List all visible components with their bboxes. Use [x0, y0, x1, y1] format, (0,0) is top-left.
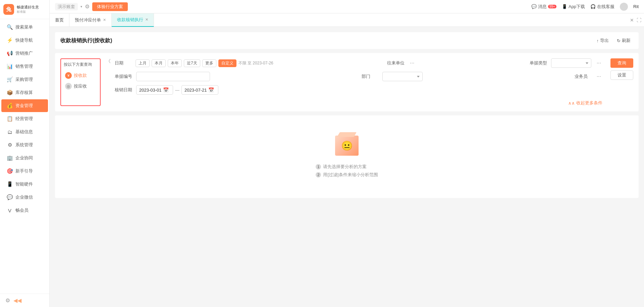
doc-type-select[interactable]: [551, 58, 591, 68]
hint-num-2: 2: [316, 172, 321, 177]
setting-btn[interactable]: 设置: [610, 70, 633, 80]
collapse-more-btn[interactable]: ∧∧ 收起更多条件: [115, 99, 602, 106]
company-name[interactable]: 演示账套: [55, 3, 78, 10]
finance-icon: 💰: [7, 103, 13, 109]
tab-actions: ✕ ⛶: [627, 17, 644, 23]
filter-option-by-receivable[interactable]: ◎ 按应收: [64, 81, 97, 92]
weixin-icon: 💬: [7, 194, 13, 200]
app-download-action[interactable]: 📱 App下载: [562, 4, 585, 10]
last-7days-btn[interactable]: 近7天: [184, 59, 200, 67]
search-menu-label: 搜索菜单: [15, 24, 33, 30]
quick-nav-label: 快捷导航: [15, 37, 33, 43]
sidebar-item-finance[interactable]: 💰 资金管理: [1, 99, 48, 112]
user-name[interactable]: Rit: [633, 4, 639, 9]
query-btn-group: 查询 设置: [610, 58, 633, 80]
sidebar-item-member[interactable]: V 畅会员: [1, 204, 48, 217]
sidebar-item-operation[interactable]: 📋 经营管理: [1, 112, 48, 125]
filter-sidebar-collapse-icon[interactable]: 《: [106, 58, 111, 106]
tab-prepayment-label: 预付冲应付单: [75, 17, 101, 23]
empty-state: 😐 1 请先选择要分析的方案 2 用[过滤]条件来缩小分析范围: [55, 115, 639, 198]
expand-tab-btn[interactable]: ⛶: [637, 17, 641, 23]
curr-year-btn[interactable]: 本年: [168, 59, 182, 67]
staff-label: 业务员: [575, 73, 591, 80]
doc-type-label: 单据类型: [530, 60, 547, 66]
writeoff-start-field[interactable]: 2023-03-01 📅: [136, 85, 173, 95]
guide-label: 新手引导: [15, 168, 33, 174]
smart-hardware-icon: 📱: [7, 181, 13, 187]
header-right: 💬 消息 99+ 📱 App下载 🎧 在线客服 Rit: [531, 3, 639, 11]
writeoff-end-field[interactable]: 2023-07-21 📅: [181, 85, 218, 95]
hint-text-2: 用[过滤]条件来缩小分析范围: [323, 172, 378, 178]
partner-ellipsis[interactable]: ···: [409, 60, 416, 66]
company-dropdown-icon[interactable]: ▾: [80, 5, 82, 8]
sales-icon: 📊: [7, 63, 13, 69]
sidebar-item-guide[interactable]: 🎯 新手引导: [1, 165, 48, 177]
message-action[interactable]: 💬 消息 99+: [531, 4, 556, 10]
trial-btn[interactable]: 体验行业方案: [92, 2, 128, 11]
filter-sidebar-title: 按以下方案查询: [64, 62, 97, 67]
sidebar-item-quick-nav[interactable]: ⚡ 快捷导航: [1, 34, 48, 47]
message-label: 消息: [538, 4, 547, 10]
collapse-sidebar-btn[interactable]: ◀◀: [13, 297, 21, 304]
sidebar: 兔 畅捷通好生意 标准版 🔍 搜索菜单 ⚡ 快捷导航 📢 营销推广 📊 销售管理…: [0, 0, 50, 307]
sidebar-item-enterprise[interactable]: 🏢 企业协同: [1, 152, 48, 164]
tab-collection-writeoff-close[interactable]: ✕: [145, 17, 148, 22]
settings-icon[interactable]: ⚙: [5, 297, 10, 304]
filter-row-1: 日期 上月 本月 本年 近7天 更多 自定义 不限 至 2023-07-26 往…: [115, 58, 602, 68]
date-sub-text: 不限 至 2023-07-26: [238, 60, 273, 66]
page-actions: ↑ 导出 ↻ 刷新: [594, 36, 634, 45]
export-icon: ↑: [597, 38, 599, 43]
sidebar-item-sales[interactable]: 📊 销售管理: [1, 60, 48, 73]
sidebar-item-inventory[interactable]: 📦 库存核算: [1, 86, 48, 99]
tab-home-label: 首页: [55, 17, 64, 23]
filter-option-by-collection-label: 按收款: [74, 72, 87, 79]
sidebar-item-marketing[interactable]: 📢 营销推广: [1, 47, 48, 60]
dept-select[interactable]: [382, 72, 423, 81]
online-service-label: 在线客服: [597, 4, 614, 10]
header-gear-icon[interactable]: ⚙: [85, 3, 90, 10]
query-btn[interactable]: 查询: [610, 58, 633, 68]
inventory-label: 库存核算: [15, 90, 33, 96]
refresh-icon: ↻: [617, 38, 621, 43]
tab-prepayment[interactable]: 预付冲应付单✕: [69, 13, 112, 27]
writeoff-start-text: 2023-03-01: [139, 88, 162, 93]
cal-end-icon[interactable]: 📅: [208, 87, 214, 93]
doc-no-input[interactable]: [136, 72, 210, 81]
curr-month-btn[interactable]: 本月: [152, 59, 166, 67]
filter-option-by-receivable-label: 按应收: [74, 83, 87, 89]
prev-month-btn[interactable]: 上月: [136, 59, 150, 67]
filter-option-by-collection[interactable]: ¥ 按收款: [64, 70, 97, 81]
close-tab-btn[interactable]: ✕: [630, 17, 634, 23]
tab-prepayment-close[interactable]: ✕: [103, 18, 106, 22]
doc-no-label: 单据编号: [115, 73, 132, 80]
sidebar-item-smart-hardware[interactable]: 📱 智能硬件: [1, 178, 48, 191]
cal-start-icon[interactable]: 📅: [163, 87, 169, 93]
sidebar-item-basic-info[interactable]: 🗂 基础信息: [1, 125, 48, 138]
weixin-label: 企业微信: [15, 194, 33, 200]
more-btn[interactable]: 更多: [202, 59, 216, 67]
sidebar-item-system[interactable]: ⚙ 系统管理: [1, 139, 48, 151]
doc-type-ellipsis[interactable]: ···: [595, 60, 602, 66]
hint-num-1: 1: [316, 164, 321, 169]
inventory-icon: 📦: [7, 90, 13, 96]
tab-collection-writeoff[interactable]: 收款核销执行✕: [112, 13, 154, 27]
staff-ellipsis[interactable]: ···: [595, 73, 602, 80]
app-name: 畅捷通好生意: [17, 5, 39, 9]
custom-btn[interactable]: 自定义: [218, 59, 236, 67]
page-title: 收款核销执行(按收款): [60, 37, 112, 44]
export-btn[interactable]: ↑ 导出: [594, 36, 612, 45]
tab-collection-writeoff-label: 收款核销执行: [117, 17, 143, 23]
sidebar-item-search-menu[interactable]: 🔍 搜索菜单: [1, 21, 48, 34]
main-area: 演示账套 ▾ ⚙ 体验行业方案 💬 消息 99+ 📱 App下载 🎧 在线客服 …: [50, 0, 644, 307]
service-icon: 🎧: [590, 4, 596, 9]
user-avatar[interactable]: [620, 3, 628, 11]
collection-icon: ¥: [65, 72, 72, 79]
refresh-btn[interactable]: ↻ 刷新: [614, 36, 633, 45]
date-options-group: 上月 本月 本年 近7天 更多 自定义 不限 至 2023-07-26: [136, 59, 273, 67]
online-service-action[interactable]: 🎧 在线客服: [590, 4, 614, 10]
tab-home[interactable]: 首页: [50, 13, 69, 27]
app-download-label: App下载: [569, 4, 585, 10]
sidebar-item-weixin[interactable]: 💬 企业微信: [1, 191, 48, 204]
partner-label: 往来单位: [387, 60, 405, 66]
sidebar-item-purchase[interactable]: 🛒 采购管理: [1, 73, 48, 86]
